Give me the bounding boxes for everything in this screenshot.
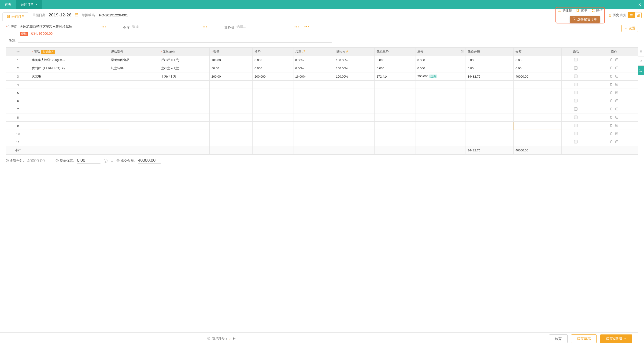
cell-tax[interactable] [293,97,334,105]
table-row-empty[interactable]: 5 [6,89,638,97]
delete-row-icon[interactable] [610,91,613,95]
col-unit[interactable]: *采购单位 [159,48,210,56]
cell-amount[interactable] [514,122,561,130]
tab-close-icon[interactable]: × [36,3,38,7]
tab-home[interactable]: 首页 [0,0,16,9]
cell-qty[interactable] [209,122,252,130]
cell-amount-ex[interactable] [466,105,513,113]
edit-icon[interactable] [346,50,348,54]
col-price[interactable]: 单价?⃝ [416,48,466,56]
gift-checkbox[interactable] [574,66,578,70]
cell-amount-ex[interactable]: 34482.76 [466,72,513,81]
cell-spec[interactable] [109,138,159,146]
add-row-icon[interactable] [615,99,618,103]
cell-spec[interactable] [109,113,159,122]
cell-price-ex[interactable] [375,105,416,113]
cell-gift[interactable] [561,113,590,122]
gift-checkbox[interactable] [574,99,578,102]
delete-row-icon[interactable] [610,83,613,87]
cell-price[interactable] [416,97,466,105]
cell-qty[interactable] [209,97,252,105]
cell-gift[interactable] [561,81,590,89]
help-icon[interactable]: ?⃝ [461,50,464,53]
cell-discount[interactable]: 100.00% [334,56,375,64]
cell-amount[interactable] [514,89,561,97]
cell-unit[interactable] [159,122,210,130]
deal-amount-value[interactable]: 40000.00 [138,158,161,164]
cell-amount-ex[interactable] [466,81,513,89]
cell-quote[interactable]: 0.000 [253,56,294,64]
cell-unit[interactable] [159,105,210,113]
gift-checkbox[interactable] [574,91,578,94]
warehouse-more-icon[interactable]: ••• [202,25,208,29]
col-price-ex[interactable]: 无税单价 [375,48,416,56]
cell-product[interactable] [30,130,109,138]
col-amount-ex[interactable]: 无税金额 [466,48,513,56]
cell-tax[interactable]: 16.00% [293,72,334,81]
add-row-icon[interactable] [615,91,618,95]
rail-link-button[interactable] [638,56,644,66]
cell-quote[interactable] [253,89,294,97]
gift-checkbox[interactable] [574,140,578,143]
table-row-empty[interactable]: 10 [6,130,638,138]
cell-amount[interactable]: 0.00 [514,64,561,72]
cell-discount[interactable] [334,97,375,105]
help-icon[interactable]: ? [104,159,108,163]
date-value[interactable]: 2019-12-26 [49,13,72,18]
cell-price[interactable] [416,81,466,89]
warehouse-input[interactable]: 选择... [132,25,142,29]
cell-product[interactable]: 火龙果 [30,72,109,81]
cell-price[interactable]: 200.000历史 [416,72,466,81]
cell-gift[interactable] [561,64,590,72]
delete-row-icon[interactable] [610,132,613,136]
view-list-button[interactable] [628,12,635,18]
gift-checkbox[interactable] [574,132,578,135]
cell-quote[interactable] [253,130,294,138]
cell-discount[interactable] [334,122,375,130]
col-quote[interactable]: 报价 [253,48,294,56]
delete-row-icon[interactable] [610,58,613,62]
col-spec[interactable]: 规格型号 [109,48,159,56]
cell-tax[interactable] [293,81,334,89]
cell-product[interactable] [30,122,109,130]
cell-amount[interactable] [514,81,561,89]
cell-discount[interactable] [334,113,375,122]
table-row-empty[interactable]: 4 [6,81,638,89]
cell-spec[interactable] [109,105,159,113]
cell-tax[interactable] [293,138,334,146]
cell-unit[interactable]: 斤(1斤 = 1斤) [159,56,210,64]
select-doc-button[interactable]: 选单 [576,9,587,13]
cell-unit[interactable] [159,81,210,89]
rail-notes-button[interactable] [638,47,644,56]
cell-gift[interactable] [561,130,590,138]
cell-price-ex[interactable] [375,81,416,89]
cell-discount[interactable] [334,105,375,113]
table-row[interactable]: 2费列罗（FERRERO）巧...礼盒装01-...盒(1盒 = 1盒)50.0… [6,64,638,72]
cell-price-ex[interactable] [375,113,416,122]
cell-product[interactable]: 费列罗（FERRERO）巧... [30,64,109,72]
cell-amount-ex[interactable] [466,138,513,146]
cell-price[interactable]: 0.000 [416,64,466,72]
cell-amount-ex[interactable]: 0.00 [466,56,513,64]
gift-checkbox[interactable] [574,83,578,86]
cell-gift[interactable] [561,89,590,97]
cell-amount[interactable]: 0.00 [514,56,561,64]
cell-price-ex[interactable] [375,89,416,97]
cell-price[interactable]: 0.000 [416,56,466,64]
cell-quote[interactable] [253,97,294,105]
delete-row-icon[interactable] [610,75,613,79]
cell-discount[interactable] [334,89,375,97]
edit-icon[interactable] [302,50,305,54]
cell-product[interactable] [30,138,109,146]
rail-expand-button[interactable] [638,66,644,75]
cell-gift[interactable] [561,72,590,81]
add-row-icon[interactable] [615,58,618,62]
cell-gift[interactable] [561,105,590,113]
cell-quote[interactable]: 200.000 [253,72,294,81]
cell-gift[interactable] [561,97,590,105]
cell-qty[interactable] [209,130,252,138]
cell-price-ex[interactable] [375,122,416,130]
table-row-empty[interactable]: 8 [6,113,638,122]
view-grid-button[interactable] [635,12,642,18]
cell-spec[interactable]: 早餐休闲食品 [109,56,159,64]
